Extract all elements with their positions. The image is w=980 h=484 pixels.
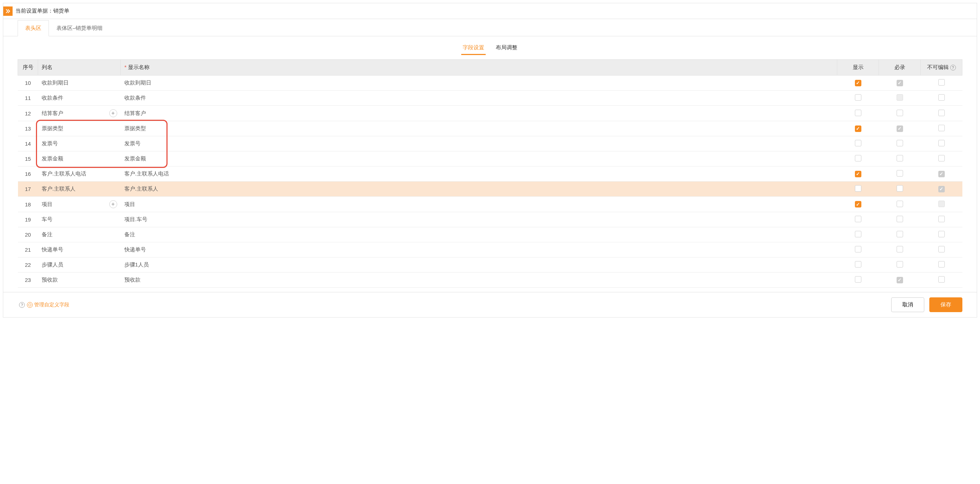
cell-name: 客户.主联系人 [38, 182, 121, 197]
save-button[interactable]: 保存 [929, 298, 963, 312]
tab-main-0[interactable]: 表头区 [18, 20, 49, 36]
cell-display-name[interactable]: 项目.车号 [121, 212, 837, 227]
checkbox-locked[interactable] [938, 79, 945, 86]
checkbox-show[interactable] [855, 126, 861, 132]
checkbox-required[interactable] [897, 261, 903, 267]
checkbox-show[interactable] [855, 216, 861, 222]
cell-show [837, 242, 879, 258]
checkbox-show[interactable] [855, 140, 861, 146]
table-row: 15发票金额发票金额 [18, 151, 963, 167]
cell-required [879, 272, 921, 288]
col-header-required: 必录 [879, 60, 921, 75]
checkbox-locked [938, 201, 945, 207]
cell-name: 预收款 [38, 272, 121, 288]
cell-required [879, 121, 921, 136]
cell-locked [921, 197, 963, 212]
cell-display-name[interactable]: 发票号 [121, 136, 837, 151]
checkbox-locked[interactable] [938, 155, 945, 161]
cell-locked [921, 75, 963, 91]
tab-sub-0[interactable]: 字段设置 [461, 41, 486, 55]
col-header-name: 列名 [38, 60, 121, 75]
cell-display-name[interactable]: 备注 [121, 227, 837, 242]
expand-plus-icon[interactable]: + [109, 200, 117, 208]
checkbox-required[interactable] [897, 140, 903, 146]
cell-show [837, 212, 879, 227]
cell-display-name[interactable]: 发票金额 [121, 151, 837, 167]
cell-display-name[interactable]: 预收款 [121, 272, 837, 288]
cancel-button[interactable]: 取消 [891, 298, 924, 312]
checkbox-required[interactable] [897, 231, 903, 237]
checkbox-locked[interactable] [938, 261, 945, 267]
cell-locked [921, 227, 963, 242]
checkbox-required[interactable] [897, 246, 903, 252]
checkbox-locked[interactable] [938, 216, 945, 222]
help-icon[interactable]: ? [19, 302, 25, 308]
checkbox-locked[interactable] [938, 94, 945, 101]
cell-required [879, 182, 921, 197]
sub-tabs: 字段设置布局调整 [3, 36, 977, 55]
checkbox-required[interactable] [897, 185, 903, 192]
cell-display-name[interactable]: 步骤1人员 [121, 258, 837, 272]
cell-seq: 13 [18, 121, 38, 136]
cell-locked [921, 258, 963, 272]
header-bar: 当前设置单据：销货单 [3, 3, 977, 19]
cell-required [879, 75, 921, 91]
cell-display-name[interactable]: 结算客户 [121, 106, 837, 121]
checkbox-required[interactable] [897, 155, 903, 161]
help-icon[interactable]: ? [950, 65, 956, 70]
checkbox-show[interactable] [855, 261, 861, 267]
checkbox-locked[interactable] [938, 125, 945, 131]
cell-display-name[interactable]: 客户.主联系人电话 [121, 167, 837, 182]
cell-locked [921, 167, 963, 182]
checkbox-locked[interactable] [938, 140, 945, 146]
cell-display-name[interactable]: 快递单号 [121, 242, 837, 258]
checkbox-locked[interactable] [938, 246, 945, 252]
cell-required [879, 242, 921, 258]
checkbox-show[interactable] [855, 246, 861, 252]
checkbox-show[interactable] [855, 231, 861, 237]
cell-locked [921, 151, 963, 167]
cell-display-name[interactable]: 收款到期日 [121, 75, 837, 91]
checkbox-locked[interactable] [938, 276, 945, 283]
cell-required [879, 151, 921, 167]
checkbox-required[interactable] [897, 170, 903, 177]
cell-locked [921, 136, 963, 151]
collapse-sidebar-button[interactable] [3, 6, 13, 16]
cell-display-name[interactable]: 客户.主联系人 [121, 182, 837, 197]
col-header-show: 显示 [837, 60, 879, 75]
table-row: 21快递单号快递单号 [18, 242, 963, 258]
cell-seq: 12 [18, 106, 38, 121]
checkbox-locked[interactable] [938, 231, 945, 237]
tab-sub-1[interactable]: 布局调整 [494, 41, 519, 55]
cell-display-name[interactable]: 收款条件 [121, 91, 837, 106]
cell-display-name[interactable]: 票据类型 [121, 121, 837, 136]
cell-locked [921, 242, 963, 258]
cell-name: 备注 [38, 227, 121, 242]
checkbox-show[interactable] [855, 276, 861, 283]
checkbox-show[interactable] [855, 201, 861, 207]
checkbox-show[interactable] [855, 155, 861, 161]
checkbox-show[interactable] [855, 94, 861, 101]
cell-locked [921, 91, 963, 106]
cell-seq: 15 [18, 151, 38, 167]
gear-icon [27, 302, 33, 308]
cell-seq: 21 [18, 242, 38, 258]
field-name-label: 收款到期日 [42, 80, 68, 86]
cell-show [837, 182, 879, 197]
field-name-label: 快递单号 [42, 246, 63, 253]
cell-display-name[interactable]: 项目 [121, 197, 837, 212]
checkbox-show[interactable] [855, 110, 861, 116]
checkbox-required[interactable] [897, 110, 903, 116]
checkbox-required[interactable] [897, 201, 903, 207]
checkbox-show[interactable] [855, 185, 861, 192]
checkbox-required[interactable] [897, 216, 903, 222]
manage-custom-fields-link[interactable]: 管理自定义字段 [27, 302, 69, 308]
field-name-label: 预收款 [42, 277, 58, 283]
checkbox-show[interactable] [855, 171, 861, 177]
field-name-label: 车号 [42, 216, 52, 223]
expand-plus-icon[interactable]: + [109, 109, 117, 117]
table-row: 10收款到期日收款到期日 [18, 75, 963, 91]
tab-main-1[interactable]: 表体区–销货单明细 [49, 20, 110, 36]
checkbox-locked[interactable] [938, 110, 945, 116]
checkbox-show[interactable] [855, 80, 861, 86]
